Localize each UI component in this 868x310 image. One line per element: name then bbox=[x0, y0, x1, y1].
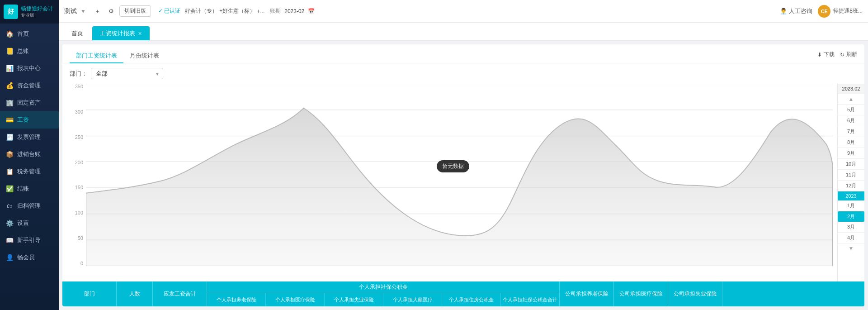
salary-report-tab-label: 工资统计报表 bbox=[100, 29, 135, 38]
col-count: 人数 bbox=[117, 281, 153, 306]
topbar-dropdown-arrow[interactable]: ▼ bbox=[80, 8, 86, 14]
switch-old-version-button[interactable]: 切到旧版 bbox=[119, 5, 151, 17]
col-co-medical: 公司承担医疗保险 bbox=[614, 281, 668, 306]
salary-icon: 💳 bbox=[5, 116, 14, 124]
funds-icon: 💰 bbox=[5, 81, 14, 90]
sidebar-item-salary[interactable]: 💳 工资 bbox=[0, 111, 59, 129]
sidebar-item-label: 税务管理 bbox=[17, 167, 41, 176]
month-5[interactable]: 5月 bbox=[838, 105, 864, 115]
sidebar-item-ledger[interactable]: 📒 总账 bbox=[0, 43, 59, 60]
col-medical: 个人承担医疗保险 bbox=[266, 293, 325, 306]
sidebar-item-assets[interactable]: 🏢 固定资产 bbox=[0, 94, 59, 111]
sub-tab-actions: ⬇ 下载 ↻ 刷新 bbox=[817, 51, 857, 61]
dept-filter-wrapper: 全部 财务部 销售部 人事部 技术部 bbox=[91, 68, 163, 79]
sidebar-item-label: 进销台账 bbox=[17, 150, 41, 158]
assets-icon: 🏢 bbox=[5, 99, 14, 107]
service-icon: 👨‍💼 bbox=[780, 8, 787, 14]
month-8[interactable]: 8月 bbox=[838, 137, 864, 148]
col-salary-total: 应发工资合计 bbox=[153, 281, 207, 306]
month-12[interactable]: 12月 bbox=[838, 181, 864, 191]
tabs-bar: 首页 工资统计报表 ✕ bbox=[59, 23, 868, 41]
add-button[interactable]: ＋ bbox=[92, 6, 103, 17]
download-icon: ⬇ bbox=[817, 52, 822, 58]
sidebar-item-label: 发票管理 bbox=[17, 133, 41, 141]
certified-badge: ✓ 已认证 bbox=[158, 7, 180, 15]
sidebar-item-guide[interactable]: 📖 新手引导 bbox=[0, 232, 59, 249]
username-label: 轻捷通8班... bbox=[833, 7, 863, 15]
col-unemployment: 个人承担失业保险 bbox=[325, 293, 383, 306]
chart-container: 0 50 100 150 200 250 300 350 bbox=[70, 84, 833, 277]
year-2023-label[interactable]: 2023 bbox=[838, 191, 864, 200]
sidebar-item-tax[interactable]: 📋 税务管理 bbox=[0, 163, 59, 180]
sidebar-item-home[interactable]: 🏠 首页 bbox=[0, 25, 59, 43]
topbar-actions: ＋ ⚙ 切到旧版 bbox=[92, 5, 151, 17]
col-housing: 个人承担住房公积金 bbox=[442, 293, 501, 306]
sidebar-item-label: 结账 bbox=[17, 185, 29, 193]
sidebar-item-funds[interactable]: 💰 资金管理 bbox=[0, 77, 59, 94]
calendar-icon[interactable]: 📅 bbox=[308, 8, 315, 14]
year-month-panel: 2023.02 ▲ 5月 6月 7月 8月 9月 10月 11月 12月 202… bbox=[837, 84, 864, 281]
sidebar-item-label: 固定资产 bbox=[17, 99, 41, 107]
page-content: 部门工资统计表 月份统计表 ⬇ 下载 ↻ 刷新 部门： 全部 bbox=[62, 44, 864, 306]
chart-svg bbox=[86, 84, 833, 266]
month-10[interactable]: 10月 bbox=[838, 159, 864, 170]
tab-salary-report[interactable]: 工资统计报表 ✕ bbox=[92, 26, 150, 40]
month-7[interactable]: 7月 bbox=[838, 126, 864, 137]
user-profile[interactable]: CE 轻捷通8班... bbox=[818, 5, 863, 18]
sidebar-item-label: 畅会员 bbox=[17, 253, 35, 262]
sub-tabs: 部门工资统计表 月份统计表 ⬇ 下载 ↻ 刷新 bbox=[62, 44, 864, 63]
sidebar-item-member[interactable]: 👤 畅会员 bbox=[0, 249, 59, 266]
sidebar-item-label: 报表中心 bbox=[17, 64, 41, 72]
col-group-social-insurance: 个人承担社保公积金 个人承担养老保险 个人承担医疗保险 个人承担失业保险 个人承… bbox=[207, 281, 560, 306]
month-4[interactable]: 4月 bbox=[838, 233, 864, 243]
sidebar-navigation: 🏠 首页 📒 总账 📊 报表中心 💰 资金管理 🏢 固定资产 💳 工资 🧾 发票… bbox=[0, 24, 59, 310]
sub-tab-monthly[interactable]: 月份统计表 bbox=[123, 49, 165, 63]
tab-close-icon[interactable]: ✕ bbox=[138, 31, 142, 37]
main-content: 测试 ▼ ＋ ⚙ 切到旧版 ✓ 已认证 好会计（专） +好生意（标） +... … bbox=[59, 0, 868, 310]
logo-text: 畅捷通好会计 专业版 bbox=[21, 5, 53, 19]
tab-home[interactable]: 首页 bbox=[64, 27, 90, 40]
month-6[interactable]: 6月 bbox=[838, 115, 864, 126]
sidebar-item-settings[interactable]: ⚙️ 设置 bbox=[0, 215, 59, 232]
sidebar-item-sales[interactable]: 📦 进销台账 bbox=[0, 146, 59, 163]
year-down-button[interactable]: ▼ bbox=[838, 243, 864, 253]
y-label-250: 250 bbox=[70, 134, 86, 140]
sidebar-item-invoice[interactable]: 🧾 发票管理 bbox=[0, 129, 59, 146]
y-label-100: 100 bbox=[70, 210, 86, 215]
sidebar-item-label: 设置 bbox=[17, 219, 29, 227]
month-3[interactable]: 3月 bbox=[838, 222, 864, 233]
brand-name: 畅捷通好会计 bbox=[21, 5, 53, 13]
y-label-0: 0 bbox=[70, 261, 86, 266]
dept-filter-select[interactable]: 全部 财务部 销售部 人事部 技术部 bbox=[91, 68, 163, 79]
sidebar-item-label: 工资 bbox=[17, 116, 29, 124]
sidebar-item-label: 新手引导 bbox=[17, 236, 41, 244]
settings-icon: ⚙️ bbox=[5, 219, 14, 227]
sub-tab-dept[interactable]: 部门工资统计表 bbox=[70, 49, 123, 63]
month-1[interactable]: 1月 bbox=[838, 200, 864, 211]
sidebar-item-archive[interactable]: 🗂 归档管理 bbox=[0, 197, 59, 215]
product-badge-1: 好会计（专） bbox=[185, 7, 217, 15]
chart-inner: 暂无数据 bbox=[86, 84, 833, 266]
sidebar-item-label: 归档管理 bbox=[17, 202, 41, 210]
current-year-label: 2023.02 bbox=[838, 84, 864, 94]
archive-icon: 🗂 bbox=[5, 202, 14, 210]
y-axis: 0 50 100 150 200 250 300 350 bbox=[70, 84, 86, 266]
month-2-active[interactable]: 2月 bbox=[838, 211, 864, 222]
sidebar: 好 畅捷通好会计 专业版 🏠 首页 📒 总账 📊 报表中心 💰 资金管理 🏢 固… bbox=[0, 0, 59, 310]
month-11[interactable]: 11月 bbox=[838, 170, 864, 181]
sidebar-item-label: 总账 bbox=[17, 47, 29, 55]
download-button[interactable]: ⬇ 下载 bbox=[817, 51, 835, 58]
sidebar-item-checkout[interactable]: ✅ 结账 bbox=[0, 180, 59, 197]
logo-icon: 好 bbox=[4, 5, 18, 19]
customer-service-button[interactable]: 👨‍💼 人工咨询 bbox=[780, 7, 812, 15]
report-icon: 📊 bbox=[5, 64, 14, 72]
col-co-unemployment: 公司承担失业保险 bbox=[668, 281, 722, 306]
ledger-icon: 📒 bbox=[5, 47, 14, 55]
month-9[interactable]: 9月 bbox=[838, 148, 864, 159]
refresh-button[interactable]: ↻ 刷新 bbox=[840, 51, 857, 58]
sidebar-item-report[interactable]: 📊 报表中心 bbox=[0, 60, 59, 77]
guide-icon: 📖 bbox=[5, 236, 14, 244]
settings-button[interactable]: ⚙ bbox=[106, 6, 117, 17]
checkout-icon: ✅ bbox=[5, 185, 14, 193]
year-up-button[interactable]: ▲ bbox=[838, 94, 864, 105]
